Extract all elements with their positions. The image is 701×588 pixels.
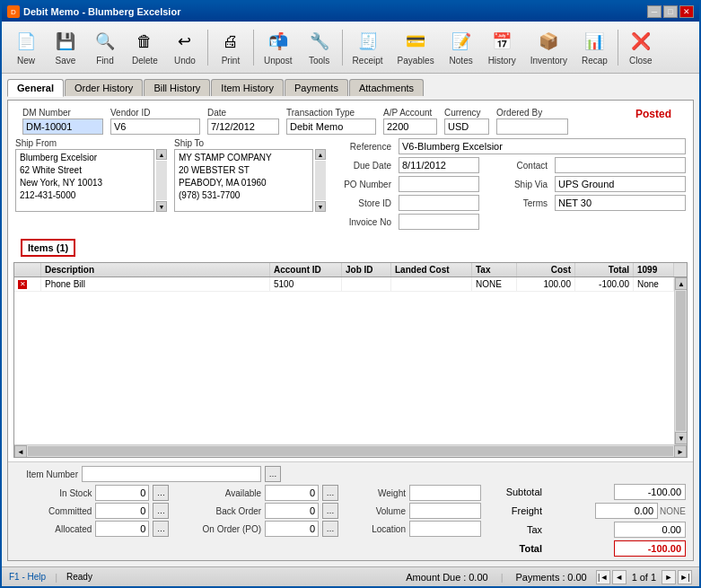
on-order-label: On Order (PO): [169, 524, 261, 534]
inventory-button[interactable]: 📦 Inventory: [524, 25, 574, 69]
back-order-browse[interactable]: …: [322, 503, 338, 519]
ship-from-label: Ship From: [15, 138, 167, 148]
item-number-label: Item Number: [15, 470, 78, 479]
undo-button[interactable]: ↩ Undo: [166, 25, 204, 69]
nav-last-button[interactable]: ►|: [678, 570, 692, 584]
nav-prev-button[interactable]: ◄: [612, 570, 627, 584]
date-input[interactable]: [207, 118, 279, 135]
due-date-label: Due Date: [333, 161, 391, 171]
right-fields: Reference Due Date PO Number: [333, 138, 686, 230]
print-button[interactable]: 🖨 Print: [212, 25, 250, 69]
payables-button[interactable]: 💳 Payables: [391, 25, 441, 69]
nav-first-button[interactable]: |◄: [596, 570, 610, 584]
location-input[interactable]: [409, 521, 481, 537]
committed-browse[interactable]: …: [153, 503, 169, 519]
vendor-id-group: Vendor ID: [110, 108, 200, 135]
vendor-id-input[interactable]: [110, 118, 200, 135]
row-delete-cell: ✕: [14, 277, 41, 291]
on-order-browse[interactable]: …: [322, 521, 338, 537]
unpost-button[interactable]: 📬 Unpost: [258, 25, 299, 69]
close-button[interactable]: ❌ Close: [622, 25, 660, 69]
items-header-container: Items (1): [8, 233, 693, 262]
right-right-fields: Contact Ship Via Terms: [498, 157, 686, 230]
ship-from-scroll-thumb: [156, 161, 167, 200]
tab-bar: General Order History Bill History Item …: [7, 79, 694, 96]
ship-to-scroll-up[interactable]: ▲: [315, 149, 326, 160]
ship-to-scroll-down[interactable]: ▼: [315, 201, 326, 212]
col-landed-cost: Landed Cost: [391, 263, 472, 276]
on-order-input[interactable]: [265, 521, 319, 537]
scroll-up-button[interactable]: ▲: [675, 277, 687, 290]
new-button[interactable]: 📄 New: [7, 25, 45, 69]
available-browse[interactable]: …: [322, 485, 338, 501]
contact-input[interactable]: [555, 157, 686, 173]
in-stock-input[interactable]: [95, 485, 149, 501]
committed-input[interactable]: [95, 503, 149, 519]
scroll-down-button[interactable]: ▼: [675, 432, 687, 444]
due-date-input[interactable]: [399, 157, 479, 173]
row-description: Phone Bill: [41, 277, 270, 291]
tab-attachments[interactable]: Attachments: [349, 79, 424, 96]
currency-label: Currency: [444, 108, 489, 118]
ap-account-input[interactable]: [383, 118, 437, 135]
invoice-no-row: Invoice No: [333, 214, 495, 230]
currency-input[interactable]: [444, 118, 489, 135]
available-input[interactable]: [265, 485, 319, 501]
tab-general[interactable]: General: [7, 79, 64, 97]
transaction-type-input[interactable]: [286, 118, 376, 135]
tab-item-history[interactable]: Item History: [211, 79, 284, 96]
ready-text: Ready: [66, 572, 92, 582]
receipt-button[interactable]: 🧾 Receipt: [346, 25, 390, 69]
form-row-2: Ship From Blumberg Excelsior62 White Str…: [8, 135, 693, 233]
inventory-icon: 📦: [536, 29, 561, 54]
unpost-label: Unpost: [264, 56, 293, 66]
reference-row: Reference: [333, 138, 686, 154]
scroll-right-button[interactable]: ►: [674, 445, 687, 458]
po-number-input[interactable]: [399, 176, 479, 192]
store-id-input[interactable]: [399, 195, 479, 211]
ship-from-scroll-down[interactable]: ▼: [156, 201, 167, 212]
item-number-browse-button[interactable]: …: [265, 466, 281, 482]
reference-input[interactable]: [399, 138, 686, 154]
new-icon: 📄: [13, 29, 39, 54]
payments-label: Payments : 0.00: [516, 572, 587, 583]
save-button[interactable]: 💾 Save: [47, 25, 84, 69]
status-separator-2: |: [501, 572, 504, 583]
ship-from-scroll-up[interactable]: ▲: [156, 149, 167, 160]
ship-via-input[interactable]: [555, 176, 686, 192]
back-order-input[interactable]: [265, 503, 319, 519]
allocated-input[interactable]: [95, 521, 149, 537]
dm-number-input[interactable]: [22, 118, 103, 135]
tab-payments[interactable]: Payments: [285, 79, 348, 96]
volume-input[interactable]: [409, 503, 481, 519]
invoice-no-input[interactable]: [399, 214, 479, 230]
tab-order-history[interactable]: Order History: [65, 79, 143, 96]
maximize-button[interactable]: □: [663, 5, 678, 18]
delete-button[interactable]: 🗑 Delete: [126, 25, 164, 69]
tools-button[interactable]: 🔧 Tools: [301, 25, 338, 69]
col-del: [14, 263, 41, 276]
left-right-fields: Due Date PO Number Store ID: [333, 157, 495, 230]
payables-label: Payables: [398, 56, 434, 66]
recap-button[interactable]: 📊 Recap: [575, 25, 614, 69]
item-number-input[interactable]: [82, 466, 261, 482]
row-delete-button[interactable]: ✕: [18, 280, 27, 289]
ordered-by-input[interactable]: [496, 118, 568, 135]
terms-input[interactable]: [555, 195, 686, 211]
tab-bill-history[interactable]: Bill History: [144, 79, 210, 96]
weight-input[interactable]: [409, 485, 481, 501]
ship-to-scroll-thumb: [315, 161, 326, 200]
total-row: Total: [488, 540, 686, 557]
allocated-browse[interactable]: …: [153, 521, 169, 537]
find-button[interactable]: 🔍 Find: [86, 25, 124, 69]
history-button[interactable]: 📅 History: [482, 25, 522, 69]
notes-button[interactable]: 📝 Notes: [443, 25, 480, 69]
minimize-button[interactable]: ─: [647, 5, 662, 18]
scroll-left-button[interactable]: ◄: [14, 445, 27, 458]
grid-scrollbar-h: ◄ ►: [14, 444, 687, 457]
in-stock-browse[interactable]: …: [153, 485, 169, 501]
nav-next-button[interactable]: ►: [662, 570, 676, 584]
close-window-button[interactable]: ✕: [679, 5, 694, 18]
ship-from-scroll: ▲ ▼: [156, 149, 167, 212]
app-icon: D: [7, 5, 20, 18]
